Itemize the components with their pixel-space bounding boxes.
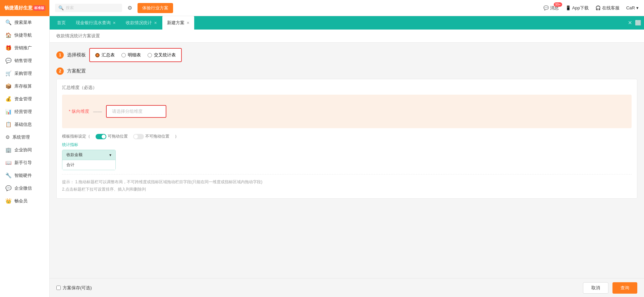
dimension-area: * 纵向维度 —— 请选择分组维度 bbox=[62, 95, 632, 128]
sidebar-item-management[interactable]: 📊 经营管理 bbox=[0, 105, 49, 118]
column-sub-label: 合计 bbox=[66, 162, 74, 167]
tab-bank-flow-close[interactable]: ✕ bbox=[113, 21, 116, 25]
sales-icon: 💬 bbox=[5, 58, 12, 64]
step2-number: 2 bbox=[56, 67, 64, 75]
enterprise-icon: 🏢 bbox=[5, 147, 12, 153]
radio-cross-input[interactable] bbox=[148, 53, 152, 57]
draggable-toggle[interactable]: 可拖动位置 bbox=[96, 134, 128, 139]
sidebar-item-marketing[interactable]: 🎁 营销推广 bbox=[0, 42, 49, 54]
tab-bank-flow[interactable]: 现金银行流水查询 ✕ bbox=[71, 16, 120, 30]
sidebar-item-weixin[interactable]: 💬 企业微信 bbox=[0, 182, 49, 195]
guide-icon: 📖 bbox=[5, 160, 12, 166]
sidebar-item-finance[interactable]: 💰 资金管理 bbox=[0, 93, 49, 105]
template-select-box: 汇总表 明细表 交叉统计表 bbox=[89, 48, 182, 62]
sidebar-label-weixin: 企业微信 bbox=[14, 185, 32, 191]
sidebar-label-finance: 资金管理 bbox=[14, 96, 32, 102]
sidebar-label-search-menu: 搜索菜单 bbox=[14, 19, 32, 26]
search-bar[interactable]: 🔍 搜索 bbox=[55, 4, 122, 12]
save-checkbox[interactable] bbox=[56, 286, 61, 290]
sidebar-item-hardware[interactable]: 🔧 智能硬件 bbox=[0, 169, 49, 182]
online-support[interactable]: 🎧 在线客服 bbox=[595, 5, 620, 11]
cancel-button[interactable]: 取消 bbox=[583, 282, 608, 294]
radio-summary-input[interactable] bbox=[95, 53, 100, 57]
step1-title: 选择模板 bbox=[67, 52, 86, 58]
indicator-table-header[interactable]: 收款金额 ▾ bbox=[62, 150, 115, 160]
content-area: 收款情况统计方案设置 1 选择模板 汇总表 bbox=[50, 30, 644, 278]
radio-detail-input[interactable] bbox=[121, 53, 126, 57]
close-window-icon[interactable]: ✕ bbox=[628, 20, 632, 26]
sidebar-label-hardware: 智能硬件 bbox=[14, 172, 32, 179]
indicator-label: 统计指标 bbox=[62, 142, 632, 148]
inventory-icon: 📦 bbox=[5, 83, 12, 89]
tab-receipt-stats-label: 收款情况统计 bbox=[126, 20, 152, 26]
tips-line1: 提示： 1.拖动标题栏可以调整布局，不可跨维度或指标区域拖动栏目字段(只能在同一… bbox=[62, 179, 632, 186]
template-radio-group: 汇总表 明细表 交叉统计表 bbox=[95, 52, 176, 58]
sidebar-item-purchase[interactable]: 🛒 采购管理 bbox=[0, 67, 49, 80]
home-icon: 🏠 bbox=[5, 32, 12, 38]
tab-home[interactable]: 首页 bbox=[52, 16, 70, 30]
main-area: 🔍 搜索 ⚙ 体验行业方案 💬 消息 99+ 📱 App下载 🎧 在线客服 Ca… bbox=[50, 0, 644, 297]
logo-text: 畅捷通好生意 bbox=[4, 5, 33, 11]
dimension-select[interactable]: 请选择分组维度 bbox=[106, 105, 166, 118]
tab-bank-flow-label: 现金银行流水查询 bbox=[76, 20, 111, 26]
tab-new-plan-label: 新建方案 bbox=[167, 20, 184, 26]
chevron-down-icon: ▾ bbox=[636, 5, 639, 10]
search-icon: 🔍 bbox=[58, 5, 64, 10]
tab-receipt-stats[interactable]: 收款情况统计 ✕ bbox=[121, 16, 162, 30]
step1-header: 1 选择模板 汇总表 明细表 bbox=[56, 48, 637, 62]
topbar-right: 💬 消息 99+ 📱 App下载 🎧 在线客服 CaR ▾ bbox=[543, 5, 639, 11]
industry-btn[interactable]: 体验行业方案 bbox=[138, 3, 173, 13]
maximize-icon[interactable]: ⬜ bbox=[635, 20, 641, 26]
sidebar-label-guide: 新手引导 bbox=[14, 160, 32, 166]
management-icon: 📊 bbox=[5, 109, 12, 115]
save-option[interactable]: 方案保存(可选) bbox=[56, 285, 92, 291]
dimension-label: 汇总维度（必选） bbox=[62, 85, 632, 91]
indicator-header: 模板指标设定（ 可拖动位置 不可拖动位置 ） bbox=[62, 134, 632, 139]
app-download[interactable]: 📱 App下载 bbox=[566, 5, 589, 11]
download-label: App下载 bbox=[572, 5, 589, 11]
indicator-table: 收款金额 ▾ 合计 bbox=[62, 150, 116, 170]
radio-summary[interactable]: 汇总表 bbox=[95, 52, 115, 58]
sidebar-label-sales: 销售管理 bbox=[14, 58, 32, 64]
indicator-table-body: 合计 bbox=[62, 160, 115, 170]
non-draggable-toggle-switch[interactable] bbox=[133, 134, 144, 139]
radio-summary-label: 汇总表 bbox=[102, 52, 115, 58]
sidebar-label-marketing: 营销推广 bbox=[14, 45, 32, 51]
tab-home-label: 首页 bbox=[57, 20, 66, 26]
draggable-toggle-switch[interactable] bbox=[96, 134, 106, 139]
sidebar-item-enterprise[interactable]: 🏢 企业协同 bbox=[0, 144, 49, 156]
sidebar-item-guide[interactable]: 📖 新手引导 bbox=[0, 156, 49, 169]
sidebar-label-basic-info: 基础信息 bbox=[14, 121, 32, 128]
user-avatar[interactable]: CaR ▾ bbox=[626, 5, 639, 10]
query-button[interactable]: 查询 bbox=[612, 282, 637, 294]
sidebar-item-quick-nav[interactable]: 🏠 快捷导航 bbox=[0, 29, 49, 42]
tab-new-plan[interactable]: 新建方案 ✕ bbox=[162, 16, 194, 30]
hardware-icon: 🔧 bbox=[5, 172, 12, 179]
member-icon: 👑 bbox=[5, 198, 12, 204]
sidebar-item-inventory[interactable]: 📦 库存核算 bbox=[0, 80, 49, 93]
radio-detail[interactable]: 明细表 bbox=[121, 52, 141, 58]
tips-line2: 2.点击标题栏下拉可设置排序、插入列和删除列 bbox=[62, 186, 632, 193]
footer-buttons: 取消 查询 bbox=[583, 282, 637, 294]
purchase-icon: 🛒 bbox=[5, 70, 12, 77]
tab-receipt-stats-close[interactable]: ✕ bbox=[154, 21, 157, 25]
chevron-down-icon: ▾ bbox=[109, 153, 111, 157]
sidebar-item-basic-info[interactable]: 📋 基础信息 bbox=[0, 118, 49, 131]
search-placeholder: 搜索 bbox=[66, 5, 74, 11]
sidebar-item-system[interactable]: ⚙ 系统管理 bbox=[0, 131, 49, 144]
settings-icon[interactable]: ⚙ bbox=[127, 5, 132, 11]
sidebar: 畅捷通好生意 标准版 🔍 搜索菜单 🏠 快捷导航 🎁 营销推广 💬 销售管理 🛒… bbox=[0, 0, 50, 297]
non-draggable-toggle[interactable]: 不可拖动位置 bbox=[133, 134, 169, 139]
sidebar-item-member[interactable]: 👑 畅会员 bbox=[0, 195, 49, 207]
user-name: CaR bbox=[626, 5, 635, 10]
radio-cross[interactable]: 交叉统计表 bbox=[148, 52, 176, 58]
indicator-settings-label: 模板指标设定（ bbox=[62, 134, 90, 139]
tab-new-plan-close[interactable]: ✕ bbox=[186, 21, 190, 25]
search-menu-icon: 🔍 bbox=[5, 19, 12, 26]
step2-section: 2 方案配置 汇总维度（必选） * 纵向维度 —— 请选择分组维度 bbox=[56, 67, 637, 199]
weixin-icon: 💬 bbox=[5, 185, 12, 191]
message-icon: 💬 bbox=[543, 5, 549, 10]
sidebar-item-search-menu[interactable]: 🔍 搜索菜单 bbox=[0, 16, 49, 29]
notification-bell[interactable]: 💬 消息 99+ bbox=[543, 5, 559, 11]
sidebar-item-sales[interactable]: 💬 销售管理 bbox=[0, 54, 49, 67]
